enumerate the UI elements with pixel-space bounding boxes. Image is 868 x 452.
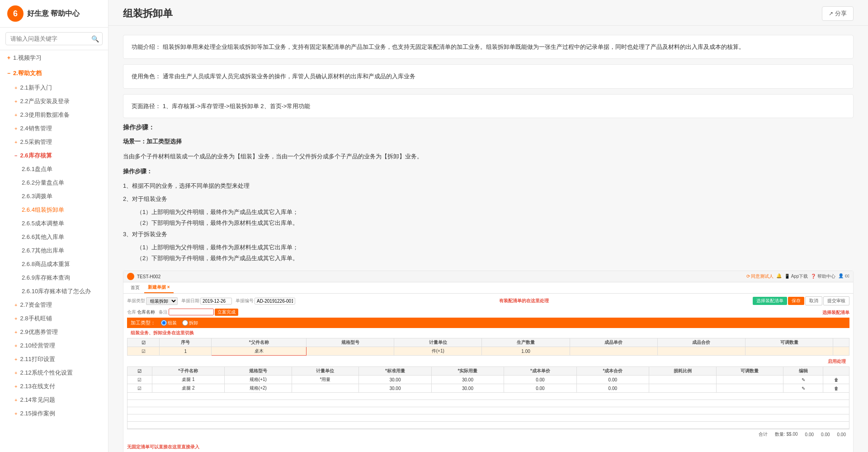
- sidebar-item-adjust[interactable]: 2.6.3调拨单: [14, 190, 108, 203]
- cell2-del2[interactable]: 🗑: [823, 384, 849, 393]
- sidebar-item-costrecalc[interactable]: 2.6.8商品成本重算: [14, 257, 108, 271]
- sidebar-item-stocktake[interactable]: 2.6.1盘点单: [14, 162, 108, 176]
- feature-intro-label: 功能介绍：: [132, 43, 161, 50]
- mini-form-area: 单据类型 组装拆卸 单据日期 单据编号: [123, 294, 853, 442]
- mini-table-row-child-7: [127, 422, 849, 429]
- step3-sub2: （2）下部明细为子件明细，最终作为产成品生成其它入库单。: [137, 253, 854, 264]
- sidebar-item-sales-text: 2.4销售管理: [20, 124, 52, 133]
- col-qty: 生产数量: [482, 338, 570, 347]
- sub-expand-icon: +: [14, 357, 17, 362]
- mini-radio-dismantle[interactable]: [182, 320, 188, 326]
- cell2-std2: 30.00: [359, 384, 431, 393]
- mini-app-icon: 📱 App下载: [784, 273, 808, 280]
- mini-logo-icon: [127, 273, 134, 280]
- sidebar-header: 6 好生意 帮助中心: [0, 0, 108, 28]
- col2-total: *成本合价: [576, 367, 649, 376]
- cell2-name1: 桌腿 1: [152, 376, 224, 384]
- sidebar-item-purchase-text: 2.5采购管理: [20, 138, 52, 146]
- sidebar-item-costadjust[interactable]: 2.6.5成本调整单: [14, 217, 108, 230]
- cell2-total2: 0.00: [576, 384, 649, 393]
- mini-type-radio-dismantle[interactable]: 拆卸: [182, 320, 198, 326]
- sidebar-item-docs[interactable]: − 2.帮助文档 + 2.1新手入门 + 2.2产品安装及登录 + 2.3使用前…: [0, 66, 108, 420]
- col2-unit: 计量单位: [292, 367, 359, 376]
- sidebar-item-print-text: 2.11打印设置: [20, 355, 55, 363]
- mini-date-field: 单据日期: [181, 298, 232, 305]
- sidebar-item-inventory[interactable]: − 2.6库存核算: [7, 149, 108, 162]
- cell2-del1[interactable]: 🗑: [823, 376, 849, 384]
- mini-cancel-btn[interactable]: 取消: [805, 296, 822, 305]
- sidebar-item-cases[interactable]: + 2.15操作案例: [7, 407, 108, 420]
- mini-save-btn[interactable]: 保存: [788, 297, 804, 305]
- cell2-price2: 0.00: [504, 384, 576, 393]
- sidebar-item-finance[interactable]: + 2.7资金管理: [7, 298, 108, 312]
- sidebar-item-purchase[interactable]: + 2.5采购管理: [7, 135, 108, 149]
- sidebar-item-partial[interactable]: 2.6.2分量盘点单: [14, 176, 108, 190]
- sidebar-item-ops-text: 2.10经营管理: [20, 342, 55, 350]
- sidebar-item-install[interactable]: + 2.2产品安装及登录: [7, 95, 108, 108]
- cell2-spec2: 规格(+2): [225, 384, 292, 393]
- search-icon: 🔍: [91, 35, 99, 43]
- mini-type-radio-assemble[interactable]: 组装: [161, 320, 177, 326]
- sidebar-item-assembly[interactable]: 2.6.4组装拆卸单: [14, 203, 108, 217]
- cell2-edit1[interactable]: ✎: [783, 376, 823, 384]
- cell2-empty7: [127, 422, 849, 429]
- sidebar-item-coupon-text: 2.9优惠券管理: [20, 328, 57, 336]
- sub-expand-icon: +: [14, 411, 17, 416]
- sidebar-item-video[interactable]: + 1.视频学习: [0, 50, 108, 66]
- mini-table-child: ☑ *子件名称 规格型号 计量单位 *标准用量 *实际用量 *成本单价 *成本合…: [127, 366, 849, 429]
- mini-confirm-btn[interactable]: 立案完成: [215, 309, 238, 316]
- cell2-waste1: [649, 376, 717, 384]
- footer-qty: 数量: $$.00: [775, 431, 798, 438]
- mini-tab-new[interactable]: 新建单据 ×: [144, 282, 174, 293]
- mini-orderid-label: 单据编号: [236, 298, 254, 304]
- cell2-price1: 0.00: [504, 376, 576, 384]
- share-icon: ↗: [829, 10, 833, 17]
- search-input[interactable]: [5, 32, 103, 45]
- col2-op: 编辑: [783, 367, 823, 376]
- mini-tab-home[interactable]: 首页: [127, 283, 143, 293]
- sidebar-item-print[interactable]: + 2.11打印设置: [7, 352, 108, 366]
- sidebar: 6 好生意 帮助中心 🔍 + 1.视频学习 − 2.帮助文档 + 2.1新手入: [0, 0, 108, 452]
- sidebar-item-newbie[interactable]: + 2.1新手入门: [7, 81, 108, 95]
- sidebar-item-ops[interactable]: + 2.10经营管理: [7, 339, 108, 352]
- sidebar-item-stockcheck[interactable]: 2.6.9库存账本查询: [14, 271, 108, 285]
- col2-spec: 规格型号: [225, 367, 292, 376]
- sidebar-item-customize[interactable]: + 2.12系统个性化设置: [7, 366, 108, 380]
- col2-standard: *标准用量: [359, 367, 431, 376]
- sidebar-item-video-label[interactable]: + 1.视频学习: [0, 50, 108, 66]
- sidebar-item-docs-label[interactable]: − 2.帮助文档: [0, 66, 108, 81]
- mini-type-field: 单据类型 组装拆卸: [127, 297, 178, 305]
- mini-remark-field: 备注 立案完成: [159, 309, 238, 316]
- sidebar-item-otherinstock[interactable]: 2.6.6其他入库单: [14, 230, 108, 244]
- mini-radio-assemble[interactable]: [161, 320, 167, 326]
- cell2-edit2[interactable]: ✎: [783, 384, 823, 393]
- footer-amount: 0.00: [837, 432, 846, 437]
- feature-intro-box: 功能介绍： 组装拆卸单用来处理企业组装或拆卸等加工业务，支持有固定装配清单的产品…: [123, 35, 854, 59]
- sub-expand-icon: +: [14, 139, 17, 145]
- mini-footer: 合计 数量: $$.00 0.00 0.00 0.00: [127, 429, 849, 439]
- col2-avail: 可调数量: [716, 367, 783, 376]
- share-label: 分享: [835, 10, 847, 18]
- mini-warehouse-label: 仓库: [127, 309, 136, 315]
- sidebar-item-mobile[interactable]: + 2.8手机旺铺: [7, 312, 108, 325]
- cell-cost1: [570, 347, 657, 356]
- cell-goods1: 桌木: [212, 347, 307, 356]
- sidebar-item-faq-text: 2.14常见问题: [20, 396, 55, 404]
- mini-date-input[interactable]: [200, 298, 232, 305]
- sidebar-item-prepare[interactable]: + 2.3使用前数据准备: [7, 108, 108, 122]
- sidebar-item-otheroutstock[interactable]: 2.6.7其他出库单: [14, 244, 108, 257]
- sub-expand-icon: +: [14, 302, 17, 308]
- footer-cost: 0.00: [805, 432, 814, 437]
- sidebar-item-onlinepay[interactable]: + 2.13在线支付: [7, 380, 108, 393]
- mini-type-select[interactable]: 组装拆卸: [146, 297, 178, 305]
- sidebar-item-faq[interactable]: + 2.14常见问题: [7, 393, 108, 407]
- mini-submit-btn[interactable]: 提交审核: [823, 296, 849, 305]
- mini-bom-btn[interactable]: 选择装配清单: [753, 297, 787, 305]
- mini-orderid-input[interactable]: [255, 298, 295, 305]
- sidebar-item-sales[interactable]: + 2.4销售管理: [7, 122, 108, 135]
- sidebar-item-stockerror[interactable]: 2.6.10库存账本错了怎么办: [14, 285, 108, 298]
- mini-remark-input[interactable]: [169, 309, 214, 315]
- sidebar-item-coupon[interactable]: + 2.9优惠券管理: [7, 325, 108, 339]
- share-button[interactable]: ↗ 分享: [822, 6, 854, 21]
- mini-topbar: TEST-H002 ⟳ 同意测试人 🔔 📱 App下载 ❓ 帮助中心 👤 cc: [123, 271, 853, 282]
